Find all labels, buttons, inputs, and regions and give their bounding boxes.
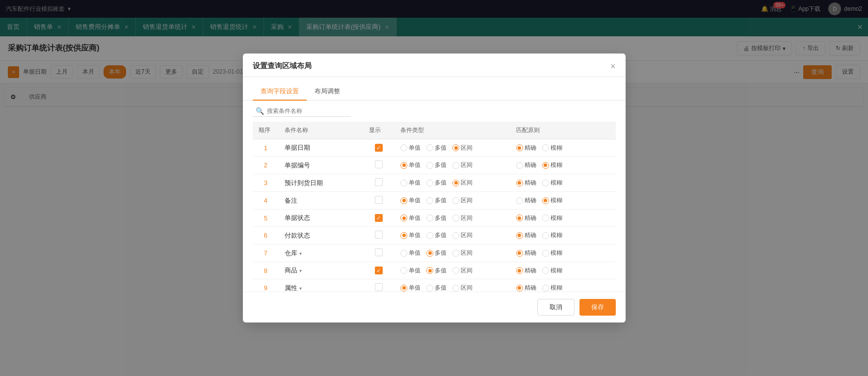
- row-2-show-checkbox[interactable]: [375, 178, 383, 186]
- row-4-match-精确[interactable]: 精确: [516, 214, 536, 222]
- row-4-type-多值[interactable]: 多值: [426, 214, 447, 222]
- row-3-match-模糊[interactable]: 模糊: [542, 196, 562, 205]
- row-3-match-精确-label: 精确: [525, 196, 536, 205]
- row-6-type-多值[interactable]: 多值: [426, 249, 447, 257]
- row-6-match-模糊[interactable]: 模糊: [542, 249, 562, 257]
- row-5-type-多值-radio: [426, 232, 433, 239]
- row-2-match-模糊-radio: [542, 180, 549, 187]
- row-2-type-group: 单值多值区间: [400, 179, 504, 187]
- row-4-type-单值[interactable]: 单值: [400, 214, 421, 222]
- search-icon: 🔍: [256, 107, 264, 115]
- row-5-match-精确-radio: [516, 232, 523, 239]
- modal-close-button[interactable]: ×: [610, 62, 616, 71]
- row-7-type-多值[interactable]: 多值: [426, 267, 447, 275]
- row-1-show: [363, 157, 395, 174]
- row-8-type-区间[interactable]: 区间: [452, 284, 473, 292]
- row-0-type-区间-label: 区间: [461, 144, 473, 152]
- row-6-show-checkbox[interactable]: [375, 248, 383, 256]
- row-0-type-group: 单值多值区间: [400, 144, 504, 152]
- row-6-type-区间[interactable]: 区间: [452, 249, 473, 257]
- row-5-match-模糊[interactable]: 模糊: [542, 231, 562, 240]
- row-0-match-模糊[interactable]: 模糊: [542, 144, 562, 152]
- row-6-match-精确[interactable]: 精确: [516, 249, 536, 257]
- row-5-show-checkbox[interactable]: [375, 231, 383, 239]
- row-5-match-精确[interactable]: 精确: [516, 231, 536, 240]
- row-2-type-单值[interactable]: 单值: [400, 179, 421, 187]
- row-7-type-group: 单值多值区间: [400, 267, 504, 275]
- row-1-type-group: 单值多值区间: [400, 161, 504, 169]
- row-6-match-group: 精确模糊: [516, 249, 610, 257]
- row-0-type-多值[interactable]: 多值: [426, 144, 447, 152]
- row-0-match-精确[interactable]: 精确: [516, 144, 536, 152]
- th-show: 显示: [363, 122, 395, 139]
- row-3-type-单值[interactable]: 单值: [400, 196, 421, 205]
- row-7-match-模糊[interactable]: 模糊: [542, 267, 562, 275]
- row-8-type-单值[interactable]: 单值: [400, 284, 421, 292]
- row-2-type-多值[interactable]: 多值: [426, 179, 447, 187]
- row-3-type-单值-label: 单值: [409, 196, 421, 205]
- row-2-match-精确-radio: [516, 180, 523, 187]
- row-0-type-多值-radio: [426, 144, 433, 151]
- row-0-match-精确-radio: [516, 144, 523, 151]
- row-8-show-checkbox[interactable]: [375, 283, 383, 291]
- row-0-show-checkbox[interactable]: [375, 144, 383, 152]
- row-8-match-精确-label: 精确: [525, 284, 536, 292]
- row-7-show-checkbox[interactable]: [375, 267, 383, 274]
- row-7-type-区间[interactable]: 区间: [452, 267, 473, 275]
- row-3-show-checkbox[interactable]: [375, 196, 383, 204]
- row-1-show-checkbox[interactable]: [375, 161, 383, 168]
- row-4-show-checkbox[interactable]: [375, 214, 383, 222]
- row-3-match-精确[interactable]: 精确: [516, 196, 536, 205]
- row-1-type-多值[interactable]: 多值: [426, 161, 447, 169]
- row-0-type-单值[interactable]: 单值: [400, 144, 421, 152]
- search-input[interactable]: [267, 107, 345, 114]
- modal-footer: 取消 保存: [243, 292, 626, 322]
- row-2-match-模糊[interactable]: 模糊: [542, 179, 562, 187]
- modal-search-area: 🔍: [243, 101, 626, 122]
- row-1-match-精确[interactable]: 精确: [516, 161, 536, 169]
- row-6-order: 7: [253, 244, 279, 262]
- row-3-type-区间[interactable]: 区间: [452, 196, 473, 205]
- row-7-type-区间-label: 区间: [461, 267, 473, 275]
- row-1-type-区间-radio: [452, 162, 459, 169]
- table-scroll-body: 1单据日期单值多值区间精确模糊2单据编号单值多值区间精确模糊3预计到货日期单值多…: [253, 139, 616, 292]
- row-5-type-多值[interactable]: 多值: [426, 231, 447, 240]
- row-8-match-模糊[interactable]: 模糊: [542, 284, 562, 292]
- table-thead: 顺序 条件名称 显示 条件类型 匹配原则: [253, 122, 616, 139]
- row-0-match-精确-label: 精确: [525, 144, 536, 152]
- tab-query-fields[interactable]: 查询字段设置: [253, 83, 307, 101]
- row-5-type-单值[interactable]: 单值: [400, 231, 421, 240]
- row-8-match-模糊-radio: [542, 285, 549, 292]
- row-1-type-区间[interactable]: 区间: [452, 161, 473, 169]
- row-5-match-模糊-radio: [542, 232, 549, 239]
- row-4-type-区间[interactable]: 区间: [452, 214, 473, 222]
- row-5-type-区间-label: 区间: [461, 231, 473, 240]
- cancel-button[interactable]: 取消: [537, 299, 575, 316]
- row-7-type-单值[interactable]: 单值: [400, 267, 421, 275]
- row-1-match-模糊-label: 模糊: [551, 161, 562, 169]
- row-7-order: 8: [253, 262, 279, 279]
- row-8-type-多值-radio: [426, 285, 433, 292]
- row-6-type-多值-radio: [426, 250, 433, 257]
- row-4-match-模糊[interactable]: 模糊: [542, 214, 562, 222]
- row-1-match-模糊[interactable]: 模糊: [542, 161, 562, 169]
- row-4-type-group: 单值多值区间: [400, 214, 504, 222]
- row-0-match-模糊-radio: [542, 144, 549, 151]
- row-0-match-模糊-label: 模糊: [551, 144, 562, 152]
- row-7-match-精确[interactable]: 精确: [516, 267, 536, 275]
- row-8-match-精确[interactable]: 精确: [516, 284, 536, 292]
- row-1-type-单值[interactable]: 单值: [400, 161, 421, 169]
- row-6-type-group: 单值多值区间: [400, 249, 504, 257]
- row-6-type-单值[interactable]: 单值: [400, 249, 421, 257]
- row-3-match-模糊-label: 模糊: [551, 196, 562, 205]
- row-5-type-区间[interactable]: 区间: [452, 231, 473, 240]
- row-2-type-多值-radio: [426, 180, 433, 187]
- row-3-type-多值[interactable]: 多值: [426, 196, 447, 205]
- row-8-order: 9: [253, 279, 279, 292]
- tab-layout-adjust[interactable]: 布局调整: [307, 83, 348, 101]
- save-button[interactable]: 保存: [579, 299, 616, 316]
- row-8-type-多值[interactable]: 多值: [426, 284, 447, 292]
- row-2-match-精确[interactable]: 精确: [516, 179, 536, 187]
- row-2-type-区间[interactable]: 区间: [452, 179, 473, 187]
- row-0-type-区间[interactable]: 区间: [452, 144, 473, 152]
